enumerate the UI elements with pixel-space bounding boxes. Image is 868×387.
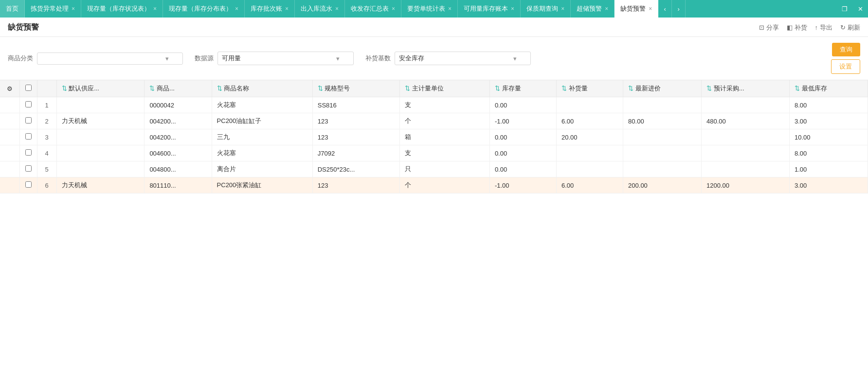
window-restore-btn[interactable]: ❐ <box>837 0 852 18</box>
row-product-code-cell: 004200... <box>145 129 212 145</box>
close-tab-overstock[interactable]: × <box>605 5 608 12</box>
row-product-code-cell: 004600... <box>145 145 212 161</box>
tab-next-btn[interactable]: › <box>672 0 686 18</box>
spec-sort-icon: ⇅ <box>318 85 323 92</box>
close-tab-inventory-status[interactable]: × <box>153 5 157 12</box>
checkbox-column-header[interactable] <box>19 80 37 97</box>
tab-batch-account[interactable]: 库存批次账 × <box>245 0 295 18</box>
query-button[interactable]: 查询 <box>832 43 860 56</box>
tab-home[interactable]: 首页 <box>0 0 25 18</box>
tab-collection[interactable]: 收发存汇总表 × <box>345 0 401 18</box>
tab-abnormal[interactable]: 拣货异常处理 × <box>25 0 81 18</box>
category-select[interactable]: ▾ <box>37 53 183 65</box>
close-tab-abnormal[interactable]: × <box>72 5 75 12</box>
row-min-stock-cell: 8.00 <box>789 97 868 113</box>
filter-actions: 查询 设置 <box>831 43 860 74</box>
row-checkbox-cell[interactable] <box>19 113 37 129</box>
row-checkbox-5[interactable] <box>25 181 32 188</box>
row-replenish-qty-cell: 6.00 <box>556 177 623 194</box>
replenish-qty-column-header[interactable]: ⇅ 补货量 <box>556 80 623 97</box>
row-est-purchase-cell: 480.00 <box>702 113 790 129</box>
row-unit-cell: 个 <box>400 177 490 194</box>
share-button[interactable]: ⊡ 分享 <box>759 23 779 32</box>
row-checkbox-cell[interactable] <box>19 177 37 194</box>
row-index-cell: 5 <box>37 161 56 177</box>
row-product-code-cell: 0000042 <box>145 97 212 113</box>
latest-price-column-header[interactable]: ⇅ 最新进价 <box>623 80 702 97</box>
close-tab-shortage[interactable]: × <box>649 5 652 12</box>
close-tab-expiry[interactable]: × <box>561 5 564 12</box>
stock-qty-column-header[interactable]: ⇅ 库存量 <box>489 80 556 97</box>
row-stock-qty-cell: 0.00 <box>489 97 556 113</box>
close-tab-collection[interactable]: × <box>392 5 395 12</box>
row-checkbox-0[interactable] <box>25 101 32 107</box>
row-product-name-cell: 火花塞 <box>212 97 312 113</box>
refresh-icon: ↻ <box>840 24 846 31</box>
row-stock-qty-cell: 0.00 <box>489 161 556 177</box>
unit-sort-icon: ⇅ <box>405 85 410 92</box>
tab-inventory-dist[interactable]: 现存量（库存分布表） × <box>163 0 245 18</box>
row-spec-cell: SS816 <box>312 97 399 113</box>
gear-column-header[interactable]: ⚙ <box>0 80 19 97</box>
tab-shortage[interactable]: 缺货预警 × <box>615 0 658 18</box>
close-tab-inout-flow[interactable]: × <box>335 5 339 12</box>
row-product-name-cell: PC200张紧油缸 <box>212 177 312 194</box>
export-button[interactable]: ↑ 导出 <box>815 23 833 32</box>
data-table: ⚙ ⇅ 默认供应... ⇅ 商品... ⇅ <box>0 80 868 194</box>
row-product-code-cell: 004200... <box>145 113 212 129</box>
row-index-cell: 3 <box>37 129 56 145</box>
tab-prev-btn[interactable]: ‹ <box>658 0 672 18</box>
row-checkbox-cell[interactable] <box>19 145 37 161</box>
close-tab-batch-account[interactable]: × <box>285 5 289 12</box>
supplier-column-header[interactable]: ⇅ 默认供应... <box>56 80 145 97</box>
tab-demand-stat[interactable]: 要货单统计表 × <box>401 0 458 18</box>
row-gear-cell <box>0 177 19 194</box>
close-tab-demand-stat[interactable]: × <box>448 5 452 12</box>
min-stock-column-header[interactable]: ⇅ 最低库存 <box>789 80 868 97</box>
replenish-base-select[interactable]: 安全库存 ▾ <box>395 52 531 65</box>
row-replenish-qty-cell <box>556 145 623 161</box>
row-checkbox-3[interactable] <box>25 149 32 156</box>
tab-expiry[interactable]: 保质期查询 × <box>521 0 571 18</box>
tab-bar: 首页 拣货异常处理 × 现存量（库存状况表） × 现存量（库存分布表） × 库存… <box>0 0 868 18</box>
window-close-btn[interactable]: ✕ <box>852 0 868 18</box>
refresh-button[interactable]: ↻ 刷新 <box>840 23 860 32</box>
replenish-base-label: 补货基数 <box>365 54 391 63</box>
row-latest-price-cell <box>623 145 702 161</box>
product-code-column-header[interactable]: ⇅ 商品... <box>145 80 212 97</box>
row-checkbox-cell[interactable] <box>19 97 37 113</box>
row-checkbox-1[interactable] <box>25 117 32 123</box>
unit-column-header[interactable]: ⇅ 主计量单位 <box>400 80 490 97</box>
tab-inventory-status[interactable]: 现存量（库存状况表） × <box>81 0 163 18</box>
row-min-stock-cell: 10.00 <box>789 129 868 145</box>
row-checkbox-4[interactable] <box>25 165 32 172</box>
table-row: 2力天机械004200...PC200油缸缸子123个-1.006.0080.0… <box>0 113 868 129</box>
row-est-purchase-cell <box>702 145 790 161</box>
row-supplier-cell <box>56 129 145 145</box>
replenish-base-value: 安全库存 <box>399 54 424 63</box>
table-row: 6力天机械801110...PC200张紧油缸123个-1.006.00200.… <box>0 177 868 194</box>
tab-overstock[interactable]: 超储预警 × <box>571 0 615 18</box>
tab-inout-flow[interactable]: 出入库流水 × <box>295 0 345 18</box>
row-checkbox-cell[interactable] <box>19 129 37 145</box>
row-checkbox-2[interactable] <box>25 133 32 140</box>
row-checkbox-cell[interactable] <box>19 161 37 177</box>
settings-button[interactable]: 设置 <box>831 59 860 74</box>
row-replenish-qty-cell: 20.00 <box>556 129 623 145</box>
row-supplier-cell <box>56 97 145 113</box>
row-spec-cell: 123 <box>312 113 399 129</box>
est-purchase-column-header[interactable]: ⇅ 预计采购... <box>702 80 790 97</box>
close-tab-available[interactable]: × <box>511 5 514 12</box>
select-all-checkbox[interactable] <box>25 85 32 91</box>
row-gear-cell <box>0 129 19 145</box>
row-product-code-cell: 801110... <box>145 177 212 194</box>
tab-available[interactable]: 可用量库存账本 × <box>458 0 521 18</box>
spec-column-header[interactable]: ⇅ 规格型号 <box>312 80 399 97</box>
product-name-column-header[interactable]: ⇅ 商品名称 <box>212 80 312 97</box>
row-replenish-qty-cell <box>556 97 623 113</box>
table-header-row: ⚙ ⇅ 默认供应... ⇅ 商品... ⇅ <box>0 80 868 97</box>
row-unit-cell: 支 <box>400 97 490 113</box>
close-tab-inventory-dist[interactable]: × <box>235 5 238 12</box>
replenish-button[interactable]: ◧ 补货 <box>787 23 807 32</box>
datasource-select[interactable]: 可用量 ▾ <box>217 52 354 65</box>
